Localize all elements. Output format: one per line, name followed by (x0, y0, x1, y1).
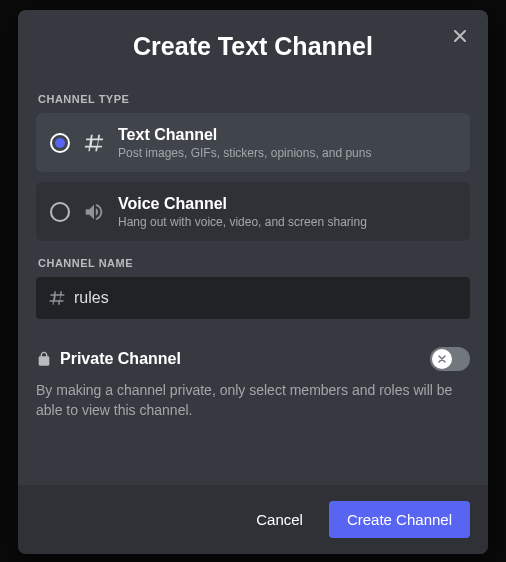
private-channel-desc: By making a channel private, only select… (36, 381, 470, 420)
private-channel-title: Private Channel (60, 350, 181, 368)
radio-unselected (50, 202, 70, 222)
close-icon (450, 26, 470, 50)
lock-icon (36, 351, 52, 367)
hash-icon (48, 289, 66, 307)
create-channel-button[interactable]: Create Channel (329, 501, 470, 538)
private-left: Private Channel (36, 350, 181, 368)
modal-footer: Cancel Create Channel (18, 485, 488, 554)
private-channel-toggle[interactable] (430, 347, 470, 371)
voice-channel-desc: Hang out with voice, video, and screen s… (118, 215, 367, 229)
channel-type-voice-option[interactable]: Voice Channel Hang out with voice, video… (36, 182, 470, 241)
voice-channel-title: Voice Channel (118, 194, 367, 213)
channel-type-label: CHANNEL TYPE (38, 93, 468, 105)
create-channel-modal: Create Text Channel CHANNEL TYPE Text Ch… (18, 10, 488, 554)
text-channel-desc: Post images, GIFs, stickers, opinions, a… (118, 146, 371, 160)
voice-channel-text: Voice Channel Hang out with voice, video… (118, 194, 367, 229)
close-button[interactable] (446, 24, 474, 52)
hash-icon (82, 131, 106, 155)
channel-name-label: CHANNEL NAME (38, 257, 468, 269)
channel-name-input[interactable] (74, 289, 458, 307)
text-channel-text: Text Channel Post images, GIFs, stickers… (118, 125, 371, 160)
private-channel-row: Private Channel (36, 347, 470, 371)
modal-body: CHANNEL TYPE Text Channel Post images, G… (18, 69, 488, 465)
cancel-button[interactable]: Cancel (238, 501, 321, 538)
radio-selected (50, 133, 70, 153)
toggle-knob (432, 349, 452, 369)
channel-name-field[interactable] (36, 277, 470, 319)
modal-header: Create Text Channel (18, 10, 488, 69)
speaker-icon (82, 200, 106, 224)
modal-title: Create Text Channel (42, 32, 464, 61)
channel-type-text-option[interactable]: Text Channel Post images, GIFs, stickers… (36, 113, 470, 172)
text-channel-title: Text Channel (118, 125, 371, 144)
